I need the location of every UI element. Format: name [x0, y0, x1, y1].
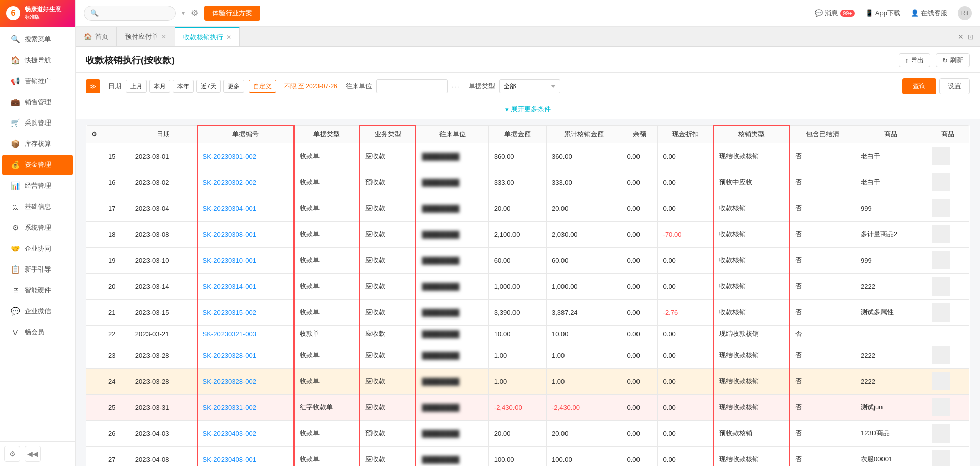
cell-goods: 多计量商品2 [855, 222, 926, 248]
bill-no-link[interactable]: SK-20230328-002 [203, 378, 257, 385]
bill-type-filter-select[interactable]: 全部 收款单 红字收款单 [499, 79, 560, 93]
cell-settings [86, 447, 103, 467]
col-settings-header[interactable]: ⚙ [86, 125, 103, 143]
cell-settings [86, 195, 103, 222]
bill-no-link[interactable]: SK-20230331-002 [203, 404, 257, 411]
messages-badge: 99+ [840, 10, 855, 17]
sidebar-item-inventory[interactable]: 📦 库存核算 [2, 134, 73, 154]
sidebar-item-marketing[interactable]: 📢 营销推广 [2, 71, 73, 91]
bill-no-link[interactable]: SK-20230310-001 [203, 257, 257, 264]
cash-discount-value: 0.00 [663, 352, 676, 359]
settings-btn[interactable]: 设置 [939, 78, 970, 94]
cell-bill-no: SK-20230314-001 [197, 274, 294, 300]
sidebar-item-corp[interactable]: 🤝 企业协同 [2, 238, 73, 259]
cell-biz-type: 应收款 [360, 447, 416, 467]
cell-goods2 [926, 274, 969, 300]
bill-no-link[interactable]: SK-20230328-001 [203, 352, 257, 359]
sidebar-item-system[interactable]: ⚙ 系统管理 [2, 217, 73, 238]
bill-no-link[interactable]: SK-20230403-002 [203, 430, 257, 437]
sidebar-item-guide[interactable]: 📋 新手引导 [2, 259, 73, 280]
date-7days-btn[interactable]: 近7天 [196, 80, 221, 93]
industry-solution-btn[interactable]: 体验行业方案 [204, 6, 260, 21]
sidebar-item-sales[interactable]: 💼 销售管理 [2, 92, 73, 112]
tab-receipts[interactable]: 收款核销执行 ✕ [175, 27, 240, 46]
goods-thumbnail [932, 147, 950, 165]
cell-cum-cancel: 360.00 [546, 143, 622, 169]
filter-toggle-btn[interactable]: ≫ [86, 79, 100, 93]
tab-restore-btn[interactable]: ⊡ [968, 33, 974, 41]
bill-no-link[interactable]: SK-20230302-002 [203, 179, 257, 186]
app-download-btn[interactable]: 📱 App下载 [865, 9, 900, 18]
cell-cum-cancel: -2,430.00 [546, 395, 622, 421]
amount-value: 1.00 [494, 378, 507, 385]
customer-service-btn[interactable]: 👤 在线客服 [911, 9, 947, 18]
tab-prepay[interactable]: 预付应付单 ✕ [117, 27, 175, 46]
cell-balance: 0.00 [622, 421, 657, 447]
tab-close-all-btn[interactable]: ✕ [958, 33, 964, 41]
cell-partner: ████████ [416, 274, 488, 300]
brand-sub: 标准版 [24, 14, 61, 21]
bill-no-link[interactable]: SK-20230304-001 [203, 205, 257, 212]
bill-no-link[interactable]: SK-20230301-002 [203, 153, 257, 160]
cell-cash-discount: 0.00 [657, 248, 714, 274]
cash-discount-value: 0.00 [663, 456, 676, 463]
cell-settings [86, 169, 103, 195]
topbar-search-box[interactable]: 🔍 [84, 6, 176, 21]
sidebar-label-search: 搜索菜单 [24, 35, 51, 44]
bill-no-link[interactable]: SK-20230321-003 [203, 330, 257, 338]
partner-value: ████████ [422, 205, 459, 212]
query-btn[interactable]: 查询 [902, 78, 936, 94]
date-last-month-btn[interactable]: 上月 [126, 80, 147, 93]
tab-prepay-close[interactable]: ✕ [161, 33, 166, 40]
cell-cash-discount: 0.00 [657, 195, 714, 222]
cell-goods: 测试jun [855, 395, 926, 421]
messages-btn[interactable]: 💬 消息 99+ [815, 9, 855, 18]
sidebar-item-member[interactable]: V 畅会员 [2, 322, 73, 342]
sidebar-item-basic[interactable]: 🗂 基础信息 [2, 197, 73, 217]
bill-no-link[interactable]: SK-20230315-002 [203, 309, 257, 316]
cell-bill-amount: 360.00 [488, 143, 546, 169]
date-this-year-btn[interactable]: 本年 [173, 80, 194, 93]
sidebar-item-quicknav[interactable]: 🏠 快捷导航 [2, 50, 73, 70]
topbar-gear-icon[interactable]: ⚙ [191, 8, 198, 18]
sidebar-item-hardware[interactable]: 🖥 智能硬件 [2, 280, 73, 301]
sidebar-settings-btn[interactable]: ⚙ [4, 446, 20, 462]
cell-partner: ████████ [416, 300, 488, 326]
system-icon: ⚙ [10, 223, 20, 233]
sidebar-item-search[interactable]: 🔍 搜索菜单 [2, 29, 73, 50]
date-more-btn[interactable]: 更多 [223, 80, 244, 93]
expand-btn-label: 展开更多条件 [511, 105, 551, 114]
cash-discount-value: 0.00 [663, 330, 676, 338]
bill-no-link[interactable]: SK-20230314-001 [203, 283, 257, 290]
date-custom-btn[interactable]: 自定义 [249, 80, 276, 93]
sidebar-item-purchase[interactable]: 🛒 采购管理 [2, 113, 73, 133]
cell-goods2 [926, 143, 969, 169]
cell-balance: 0.00 [622, 143, 657, 169]
tab-receipts-close[interactable]: ✕ [226, 34, 231, 41]
filter-expand-btn[interactable]: ▾ 展开更多条件 [505, 105, 551, 114]
sidebar-item-wechat[interactable]: 💬 企业微信 [2, 301, 73, 322]
bill-no-link[interactable]: SK-20230308-001 [203, 231, 257, 238]
cell-partner: ████████ [416, 369, 488, 395]
cell-cancel-type: 收款核销 [714, 248, 790, 274]
cell-partner: ████████ [416, 248, 488, 274]
tab-home[interactable]: 🏠 首页 [76, 27, 117, 46]
sidebar-menu: 🔍 搜索菜单 🏠 快捷导航 📢 营销推广 💼 销售管理 🛒 采购管理 📦 库存核… [0, 27, 75, 441]
partner-filter-label: 往来单位 [346, 82, 372, 91]
user-avatar[interactable]: Rit [958, 6, 972, 20]
cell-bill-type: 收款单 [294, 300, 360, 326]
cell-cash-discount: 0.00 [657, 169, 714, 195]
topbar-arrow-icon[interactable]: ▾ [182, 10, 185, 17]
sidebar-collapse-btn[interactable]: ◀◀ [24, 446, 41, 462]
partner-filter-input[interactable] [376, 79, 448, 93]
date-this-month-btn[interactable]: 本月 [149, 80, 170, 93]
sidebar-item-operations[interactable]: 📊 经营管理 [2, 176, 73, 196]
refresh-btn[interactable]: ↻ 刷新 [936, 53, 970, 67]
export-btn[interactable]: ↑ 导出 [899, 53, 931, 67]
cell-include-settled: 否 [790, 447, 855, 467]
bill-no-link[interactable]: SK-20230408-001 [203, 456, 257, 463]
partner-value: ████████ [422, 309, 459, 316]
partner-value: ████████ [422, 456, 459, 463]
sidebar-item-finance[interactable]: 💰 资金管理 [2, 155, 73, 175]
cell-bill-type: 收款单 [294, 143, 360, 169]
